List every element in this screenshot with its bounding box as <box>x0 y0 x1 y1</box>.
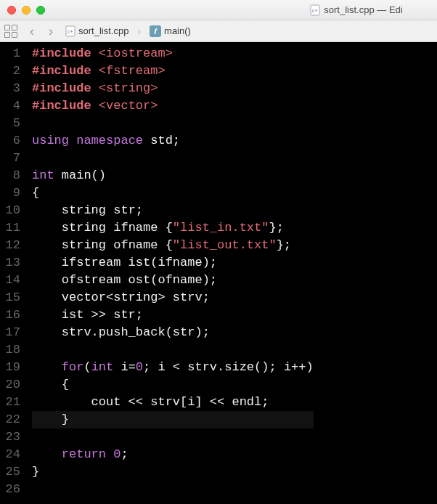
zoom-icon[interactable] <box>36 6 45 15</box>
line-number: 15 <box>0 289 20 306</box>
svg-text:c+: c+ <box>312 8 318 13</box>
breadcrumb-file-label: sort_list.cpp <box>78 25 128 36</box>
line-number: 6 <box>0 132 20 150</box>
line-number: 17 <box>0 324 20 341</box>
code-line[interactable]: #include <vector> <box>32 97 314 115</box>
code-line[interactable]: return 0; <box>32 446 314 463</box>
code-line[interactable]: cout << strv[i] << endl; <box>32 394 314 411</box>
line-number: 20 <box>0 376 20 394</box>
line-number: 12 <box>0 237 20 254</box>
line-number: 4 <box>0 97 20 115</box>
code-line[interactable]: for(int i=0; i < strv.size(); i++) <box>32 359 314 376</box>
line-number: 2 <box>0 62 20 80</box>
code-line[interactable] <box>32 428 314 446</box>
line-number: 18 <box>0 341 20 359</box>
nav-back-icon[interactable]: ‹ <box>25 25 39 38</box>
line-number: 13 <box>0 254 20 272</box>
cpp-file-icon: c+ <box>310 4 320 16</box>
line-number: 25 <box>0 463 20 481</box>
line-number: 22 <box>0 411 20 428</box>
line-number: 1 <box>0 45 20 62</box>
code-line[interactable]: string ifname {"list_in.txt"}; <box>32 219 314 237</box>
window-title: c+ sort_list.cpp — Edi <box>0 4 437 16</box>
close-icon[interactable] <box>7 6 16 15</box>
line-number: 9 <box>0 184 20 202</box>
line-number: 19 <box>0 359 20 376</box>
breadcrumb-symbol[interactable]: f main() <box>147 24 194 38</box>
titlebar: c+ sort_list.cpp — Edi <box>0 0 437 20</box>
breadcrumb-symbol-label: main() <box>164 25 191 36</box>
code-line[interactable]: ist >> str; <box>32 306 314 324</box>
code-line[interactable] <box>32 481 314 498</box>
code-line[interactable]: int main() <box>32 167 314 184</box>
line-number: 5 <box>0 115 20 132</box>
toolbar: ‹ › c+ sort_list.cpp › f main() <box>0 20 437 42</box>
cpp-file-icon: c+ <box>65 25 75 37</box>
minimize-icon[interactable] <box>22 6 30 15</box>
svg-text:c+: c+ <box>68 29 73 34</box>
line-number: 16 <box>0 306 20 324</box>
svg-rect-0 <box>311 5 319 15</box>
code-line[interactable]: { <box>32 376 314 394</box>
code-line[interactable] <box>32 150 314 167</box>
line-number: 21 <box>0 394 20 411</box>
related-items-icon[interactable] <box>4 25 17 38</box>
code-editor[interactable]: 1234567891011121314151617181920212223242… <box>0 42 437 504</box>
code-line[interactable]: ifstream ist(ifname); <box>32 254 314 272</box>
code-line[interactable]: } <box>32 463 314 481</box>
code-line[interactable] <box>32 341 314 359</box>
code-line[interactable]: using namespace std; <box>32 132 314 150</box>
line-number: 10 <box>0 202 20 219</box>
line-number: 11 <box>0 219 20 237</box>
window-controls <box>7 6 45 15</box>
line-number: 24 <box>0 446 20 463</box>
code-line[interactable]: string ofname {"list_out.txt"}; <box>32 237 314 254</box>
line-number: 26 <box>0 481 20 498</box>
line-number: 3 <box>0 80 20 97</box>
code-line[interactable]: string str; <box>32 202 314 219</box>
code-line[interactable]: #include <iostream> <box>32 45 314 62</box>
code-line[interactable]: ofstream ost(ofname); <box>32 272 314 289</box>
line-number: 8 <box>0 167 20 184</box>
nav-forward-icon[interactable]: › <box>44 25 58 38</box>
code-line[interactable] <box>32 115 314 132</box>
function-icon: f <box>150 25 161 37</box>
breadcrumb-file[interactable]: c+ sort_list.cpp <box>62 24 131 38</box>
line-number: 23 <box>0 428 20 446</box>
window-title-text: sort_list.cpp — Edi <box>324 4 402 15</box>
code-line[interactable]: } <box>32 411 314 428</box>
code-line[interactable]: #include <string> <box>32 80 314 97</box>
chevron-right-icon: › <box>136 25 142 37</box>
code-area[interactable]: #include <iostream>#include <fstream>#in… <box>26 42 314 504</box>
code-line[interactable]: { <box>32 184 314 202</box>
line-number: 7 <box>0 150 20 167</box>
code-line[interactable]: #include <fstream> <box>32 62 314 80</box>
code-line[interactable]: vector<string> strv; <box>32 289 314 306</box>
line-number-gutter: 1234567891011121314151617181920212223242… <box>0 42 26 504</box>
code-line[interactable]: strv.push_back(str); <box>32 324 314 341</box>
line-number: 14 <box>0 272 20 289</box>
